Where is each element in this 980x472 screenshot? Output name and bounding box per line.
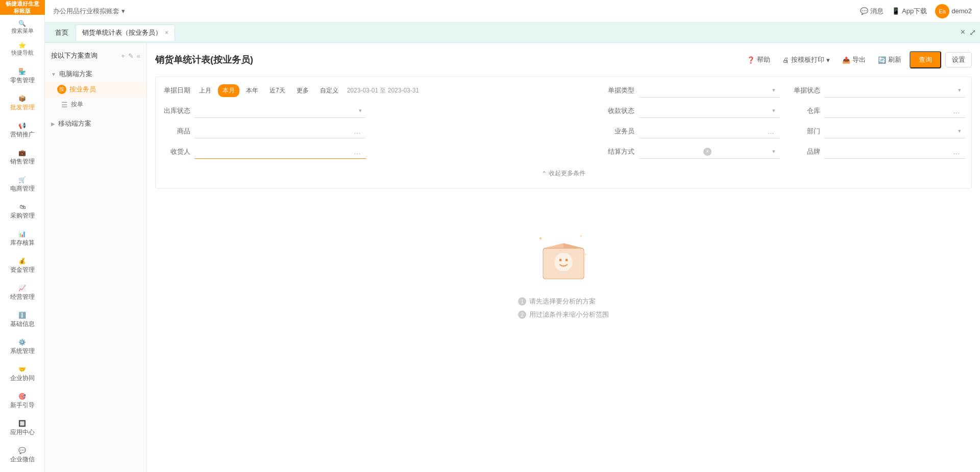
doc-status-select[interactable]: ▾ [824, 83, 965, 98]
sidebar-item-ecommerce-label: 电商管理 [2, 184, 42, 193]
page-title-text: 销货单统计表(按业务员) [155, 54, 253, 66]
plan-icon-salesperson: 按 [57, 85, 66, 94]
sidebar-search[interactable]: 🔍 帮助 搜索菜单 [0, 15, 44, 38]
tab-maximize-button[interactable]: ⤢ [969, 28, 976, 37]
receiver-input[interactable]: … [194, 145, 366, 159]
filter-doc-type-item: 单据类型 ▾ [606, 83, 779, 98]
refresh-icon: 🔄 [878, 56, 886, 64]
collapse-icon: ⌃ [542, 170, 547, 177]
doc-type-arrow: ▾ [772, 87, 775, 93]
sidebar-item-ecommerce[interactable]: 🛒 电商管理 [0, 171, 44, 198]
date-btn-this-month[interactable]: 本月 [218, 84, 239, 97]
warehouse-input[interactable]: … [824, 104, 965, 118]
sidebar-item-member[interactable]: 👤 畅会员 [0, 469, 44, 472]
filter-settle-item: 结算方式 × ▾ [606, 145, 779, 159]
sidebar-item-finance-label: 资金管理 [2, 266, 42, 274]
help-button[interactable]: ❓ 帮助 [743, 53, 774, 66]
filter-row-1: 单据日期 上月 本月 本年 近7天 更多 自定义 2023-03-01 至 20… [162, 83, 965, 98]
message-label: 消息 [870, 7, 884, 16]
brand-input[interactable]: … [824, 145, 965, 159]
desktop-group-label: 电脑端方案 [59, 69, 92, 79]
plan-group-mobile-title[interactable]: ▶ 移动端方案 [45, 116, 146, 131]
filter-doc-status-item: 单据状态 ▾ [792, 83, 965, 98]
app-download-button[interactable]: 📱 App下载 [892, 7, 927, 16]
collapse-panel-button[interactable]: « [137, 52, 140, 60]
print-icon: 🖨 [782, 56, 789, 64]
date-btn-more[interactable]: 更多 [292, 84, 313, 97]
collect-status-select[interactable]: ▾ [639, 104, 779, 118]
newbie-icon: 🎯 [2, 393, 42, 400]
inventory-icon: 📊 [2, 230, 42, 238]
filter-row-3: 商品 … 业务员 … [162, 124, 965, 138]
sidebar-item-wholesale[interactable]: 📦 批发管理 [0, 90, 44, 117]
logo-text: 畅捷通好生意 [6, 0, 39, 7]
settle-clear-button[interactable]: × [703, 148, 712, 156]
user-menu[interactable]: Ea demo2 [935, 4, 972, 18]
out-status-arrow: ▾ [359, 107, 362, 114]
dept-select[interactable]: ▾ [824, 124, 965, 138]
doc-type-label: 单据类型 [606, 86, 634, 95]
sidebar-item-basic[interactable]: ℹ️ 基础信息 [0, 306, 44, 334]
tab-active[interactable]: 销货单统计表（按业务员） × [76, 25, 175, 41]
plan-sub-item-by-doc[interactable]: ☰ 按单 [45, 97, 146, 112]
collapse-button[interactable]: ⌃ 收起更多条件 [162, 165, 965, 182]
date-btn-7days[interactable]: 近7天 [265, 84, 290, 97]
hint-text-1: 请先选择要分析的方案 [529, 297, 596, 306]
plan-group-desktop-title[interactable]: ▼ 电脑端方案 [45, 66, 146, 82]
tab-minimize-button[interactable]: × [961, 28, 965, 37]
page-title-bar: 销货单统计表(按业务员) ❓ 帮助 🖨 按模板打印 ▾ 📤 导出 [155, 51, 972, 68]
sidebar-item-appstore[interactable]: 🔲 应用中心 [0, 415, 44, 442]
filter-date-item: 单据日期 上月 本月 本年 近7天 更多 自定义 2023-03-01 至 20… [162, 84, 419, 97]
salesperson-input[interactable]: … [639, 124, 779, 138]
sidebar-item-finance[interactable]: 💰 资金管理 [0, 252, 44, 279]
sidebar-item-retail[interactable]: 🏪 零售管理 [0, 63, 44, 90]
tab-close-button[interactable]: × [165, 30, 168, 36]
edit-plan-button[interactable]: ✎ [128, 52, 134, 60]
sidebar-item-marketing[interactable]: 📢 营销推广 [0, 117, 44, 144]
out-status-select[interactable]: ▾ [194, 104, 366, 118]
date-btn-this-year[interactable]: 本年 [241, 84, 263, 97]
sidebar-item-newbie[interactable]: 🎯 新手引导 [0, 388, 44, 415]
desktop-group-arrow: ▼ [51, 72, 56, 77]
plan-sub-item-doc-label: 按单 [71, 100, 83, 109]
sidebar-item-purchase[interactable]: 🛍 采购管理 [0, 198, 44, 225]
left-panel-header: 按以下方案查询 + ✎ « [45, 47, 146, 64]
avatar-text: Ea [939, 8, 946, 14]
header-right: 💬 消息 📱 App下载 Ea demo2 [860, 4, 972, 18]
sidebar-item-sales[interactable]: 💼 销售管理 [0, 144, 44, 171]
sidebar-item-wholesale-label: 批发管理 [2, 103, 42, 112]
sidebar-item-inventory[interactable]: 📊 库存核算 [0, 225, 44, 252]
goods-input[interactable]: … [194, 124, 366, 138]
plan-item-by-salesperson[interactable]: 按 按业务员 [45, 82, 146, 97]
app-selector-arrow: ▾ [121, 7, 125, 15]
finance-icon: 💰 [2, 257, 42, 265]
sidebar-quick-nav[interactable]: ⭐ 快捷导航 [0, 38, 44, 61]
header-left: 办公用品行业模拟账套 ▾ [53, 7, 125, 16]
refresh-button[interactable]: 🔄 刷新 [874, 53, 905, 66]
svg-point-3 [559, 259, 562, 262]
sidebar-item-operation[interactable]: 📈 经营管理 [0, 279, 44, 306]
sidebar-item-wechat[interactable]: 💬 企业微信 [0, 442, 44, 469]
message-button[interactable]: 💬 消息 [860, 7, 884, 16]
settings-button[interactable]: 设置 [945, 52, 972, 67]
tab-home[interactable]: 首页 [49, 25, 75, 41]
marketing-icon: 📢 [2, 122, 42, 129]
hint-num-2: 2 [518, 311, 526, 319]
print-button[interactable]: 🖨 按模板打印 ▾ [778, 53, 834, 66]
export-button[interactable]: 📤 导出 [838, 53, 870, 66]
date-btn-last-month[interactable]: 上月 [194, 84, 216, 97]
message-icon: 💬 [860, 7, 868, 15]
sidebar-item-inventory-label: 库存核算 [2, 239, 42, 247]
plan-group-mobile: ▶ 移动端方案 [45, 114, 146, 133]
query-button[interactable]: 查询 [910, 51, 941, 68]
app-logo[interactable]: 畅捷通好生意 标账版 [0, 0, 45, 15]
doc-type-select[interactable]: ▾ [639, 83, 779, 98]
date-btn-custom[interactable]: 自定义 [315, 84, 343, 97]
add-plan-button[interactable]: + [121, 52, 125, 60]
filter-row-4: 收货人 … 结算方式 × ▾ [162, 145, 965, 159]
sidebar-item-enterprise[interactable]: 🤝 企业协同 [0, 361, 44, 388]
sidebar-item-system[interactable]: ⚙️ 系统管理 [0, 334, 44, 361]
app-selector[interactable]: 办公用品行业模拟账套 ▾ [53, 7, 125, 16]
settle-select[interactable]: × ▾ [639, 145, 779, 159]
svg-point-2 [554, 253, 573, 271]
